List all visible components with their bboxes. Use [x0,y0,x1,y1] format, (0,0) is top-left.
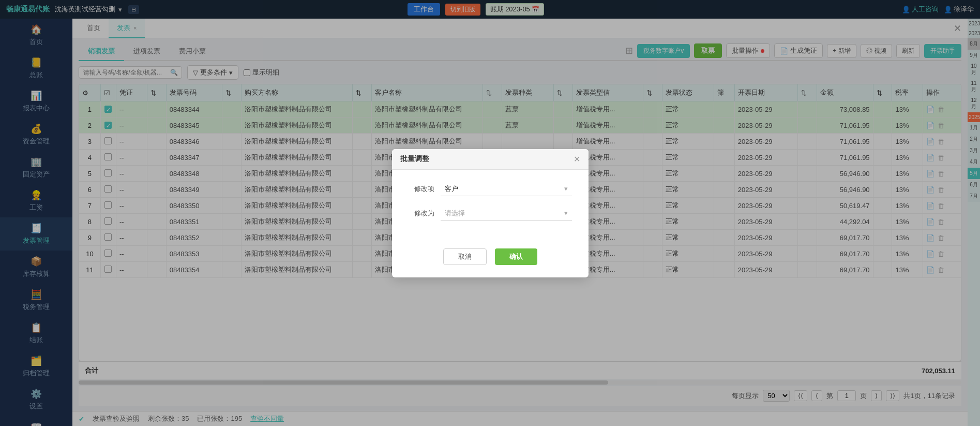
modal-body: 修改项 客户 ▾ 修改为 请选择 ▾ [392,170,589,243]
modify-field-select[interactable]: 客户 ▾ [441,182,572,196]
modal-overlay[interactable]: 批量调整 ✕ 修改项 客户 ▾ 修改为 请选择 ▾ 取消 确认 [0,0,980,426]
modify-field-value: 客户 [445,184,458,194]
modify-field-chevron-icon: ▾ [564,185,568,193]
modify-field-label: 修改项 [409,184,434,194]
modify-to-select[interactable]: 请选择 ▾ [441,207,572,221]
modify-to-placeholder: 请选择 [445,209,465,218]
modify-to-label: 修改为 [409,209,434,218]
modify-to-chevron-icon: ▾ [564,209,568,217]
modal-confirm-button[interactable]: 确认 [495,248,537,265]
modal-cancel-button[interactable]: 取消 [443,248,487,265]
modify-to-row: 修改为 请选择 ▾ [409,207,572,221]
modal-header: 批量调整 ✕ [392,149,589,170]
modal-title: 批量调整 [400,154,429,164]
batch-adjust-modal: 批量调整 ✕ 修改项 客户 ▾ 修改为 请选择 ▾ 取消 确认 [392,149,589,277]
modal-footer: 取消 确认 [392,243,589,277]
modify-field-row: 修改项 客户 ▾ [409,182,572,196]
modal-close-button[interactable]: ✕ [574,154,580,164]
